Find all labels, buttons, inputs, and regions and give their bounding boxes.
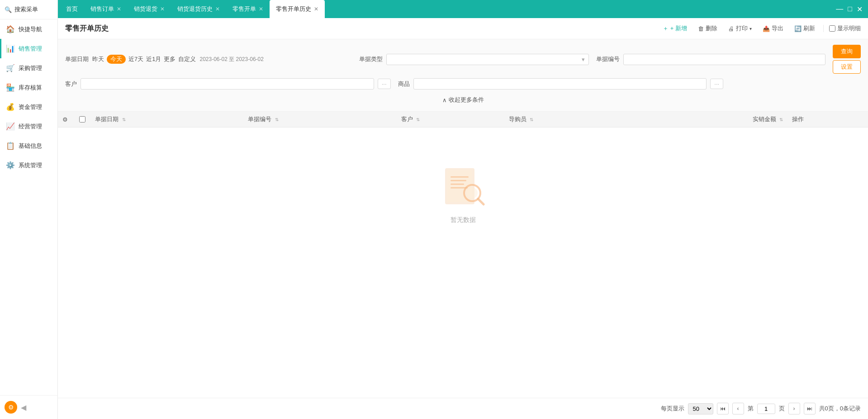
th-doc-no-label: 单据编号: [248, 116, 271, 122]
sidebar-item-purchase-mgmt[interactable]: 🛒 采购管理: [0, 58, 57, 78]
filter-row-1: 单据日期 昨天 今天 近7天 近1月 更多 自定义 2023-06-02 至 2…: [65, 45, 861, 74]
empty-text: 暂无数据: [451, 216, 476, 224]
tab-home[interactable]: 首页: [60, 0, 84, 18]
sidebar-item-inventory[interactable]: 🏪 库存核算: [0, 78, 57, 97]
operations-icon: 📈: [6, 122, 15, 131]
select-all-checkbox[interactable]: [79, 116, 85, 122]
print-label: 打印: [736, 24, 748, 33]
filter-row-2: 客户 ··· 商品 ···: [65, 78, 861, 89]
display-detail-label: 显示明细: [837, 24, 861, 33]
tab-sales-order-close[interactable]: ✕: [117, 6, 121, 12]
search-icon: 🔍: [5, 6, 12, 13]
add-icon: ＋: [663, 24, 669, 33]
customer-input[interactable]: [81, 78, 374, 89]
tab-retail-open-label: 零售开单: [232, 5, 256, 13]
tab-sales-order[interactable]: 销售订单 ✕: [84, 0, 128, 18]
sidebar-collapse-button[interactable]: ◀: [21, 403, 26, 412]
sidebar-label-inventory: 库存核算: [19, 84, 42, 92]
th-actual-amount-label: 实销金额: [753, 116, 776, 122]
th-actual-amount[interactable]: 实销金额 ⇅: [635, 112, 787, 127]
doc-type-select[interactable]: ▾: [386, 54, 588, 65]
shortcut-last7[interactable]: 近7天: [128, 55, 143, 63]
display-detail-checkbox[interactable]: [829, 25, 835, 32]
sidebar-label-finance: 资金管理: [19, 103, 42, 111]
refresh-icon: 🔄: [794, 25, 802, 32]
window-minimize-button[interactable]: —: [836, 5, 843, 13]
last-page-button[interactable]: ⏭: [804, 403, 816, 414]
column-settings-icon[interactable]: ⚙: [62, 116, 68, 123]
export-button[interactable]: 📤 导出: [760, 23, 786, 34]
per-page-label: 每页显示: [661, 405, 684, 413]
toolbar: 零售开单历史 ＋ + 新增 🗑 删除 🖨 打印 ▾ 📤 导出: [58, 18, 868, 39]
inventory-icon: 🏪: [6, 83, 15, 92]
th-guide[interactable]: 导购员 ⇅: [504, 112, 635, 127]
shortcut-custom[interactable]: 自定义: [178, 55, 196, 63]
refresh-button[interactable]: 🔄 刷新: [792, 23, 818, 34]
tab-retail-history[interactable]: 零售开单历史 ✕: [270, 0, 325, 18]
sidebar-item-operations[interactable]: 📈 经营管理: [0, 117, 57, 136]
print-button[interactable]: 🖨 打印 ▾: [726, 23, 754, 34]
per-page-select[interactable]: 50 100 200: [688, 403, 713, 414]
tab-retail-history-close[interactable]: ✕: [314, 6, 318, 12]
svg-line-8: [478, 199, 484, 204]
customer-dots[interactable]: ···: [378, 79, 391, 89]
shortcut-today[interactable]: 今天: [107, 55, 126, 64]
sidebar-item-basic-info[interactable]: 📋 基础信息: [0, 136, 57, 155]
sidebar-search-label: 搜索采单: [14, 5, 38, 14]
date-filter-field: 单据日期 昨天 今天 近7天 近1月 更多 自定义 2023-06-02 至 2…: [65, 55, 352, 64]
settings-gear-button[interactable]: ⚙: [5, 401, 17, 414]
window-close-button[interactable]: ✕: [857, 5, 863, 14]
data-table: ⚙ 单据日期 ⇅ 单据编号 ⇅: [58, 112, 868, 127]
tab-sales-return[interactable]: 销货退货 ✕: [128, 0, 171, 18]
th-settings[interactable]: ⚙: [58, 112, 74, 127]
tab-sales-return-close[interactable]: ✕: [160, 6, 165, 12]
date-range-value: 2023-06-02 至 2023-06-02: [199, 56, 263, 63]
query-button[interactable]: 查询: [833, 45, 861, 58]
sidebar-search[interactable]: 🔍 搜索采单: [0, 0, 57, 19]
th-checkbox: [74, 112, 90, 127]
shortcut-more[interactable]: 更多: [164, 55, 175, 63]
shortcut-yesterday[interactable]: 昨天: [92, 55, 104, 63]
filter-buttons: 查询 设置: [833, 45, 861, 74]
sort-date-icon: ⇅: [122, 117, 126, 122]
product-dots[interactable]: ···: [710, 79, 723, 89]
th-doc-no[interactable]: 单据编号 ⇅: [243, 112, 396, 127]
tab-retail-open-close[interactable]: ✕: [259, 6, 263, 12]
date-shortcuts: 昨天 今天 近7天 近1月 更多 自定义: [92, 55, 196, 64]
tab-sales-return-history[interactable]: 销货退货历史 ✕: [171, 0, 226, 18]
product-label: 商品: [398, 80, 410, 88]
page-suffix: 页: [779, 405, 785, 413]
sidebar-item-finance[interactable]: 💰 资金管理: [0, 97, 57, 117]
th-customer[interactable]: 客户 ⇅: [397, 112, 504, 127]
th-date-label: 单据日期: [95, 116, 119, 122]
pagination: 每页显示 50 100 200 ⏮ ‹ 第 页 › ⏭ 共0页，0条记录: [58, 398, 868, 419]
page-label: 第: [748, 405, 754, 413]
sidebar-item-sales-mgmt[interactable]: 📊 销售管理: [0, 39, 57, 58]
tab-retail-open[interactable]: 零售开单 ✕: [226, 0, 270, 18]
sort-amount-icon: ⇅: [779, 117, 783, 122]
collapse-button[interactable]: ∧ 收起更多条件: [65, 94, 861, 106]
window-maximize-button[interactable]: □: [848, 5, 852, 13]
sidebar-label-sales-mgmt: 销售管理: [19, 45, 42, 53]
doc-no-filter-field: 单据编号: [596, 54, 825, 65]
display-detail-button[interactable]: 显示明细: [829, 24, 861, 33]
th-action: 操作: [787, 112, 868, 127]
product-input[interactable]: [413, 78, 707, 89]
th-date[interactable]: 单据日期 ⇅: [90, 112, 243, 127]
tab-sales-return-label: 销货退货: [134, 5, 157, 13]
sidebar-item-system[interactable]: ⚙️ 系统管理: [0, 155, 57, 175]
next-page-button[interactable]: ›: [788, 403, 800, 414]
add-button[interactable]: ＋ + 新增: [660, 23, 690, 34]
setting-button[interactable]: 设置: [833, 60, 861, 74]
sidebar-item-quick-nav[interactable]: 🏠 快捷导航: [0, 19, 57, 39]
delete-label: 删除: [706, 24, 717, 33]
shortcut-last-month[interactable]: 近1月: [146, 55, 161, 63]
doc-no-input[interactable]: [623, 54, 825, 65]
first-page-button[interactable]: ⏮: [717, 403, 729, 414]
export-icon: 📤: [763, 25, 770, 32]
tab-sales-return-history-close[interactable]: ✕: [215, 6, 220, 12]
page-number-input[interactable]: [757, 404, 775, 414]
delete-button[interactable]: 🗑 删除: [695, 23, 720, 34]
prev-page-button[interactable]: ‹: [732, 403, 744, 414]
sort-doc-no-icon: ⇅: [275, 117, 279, 122]
